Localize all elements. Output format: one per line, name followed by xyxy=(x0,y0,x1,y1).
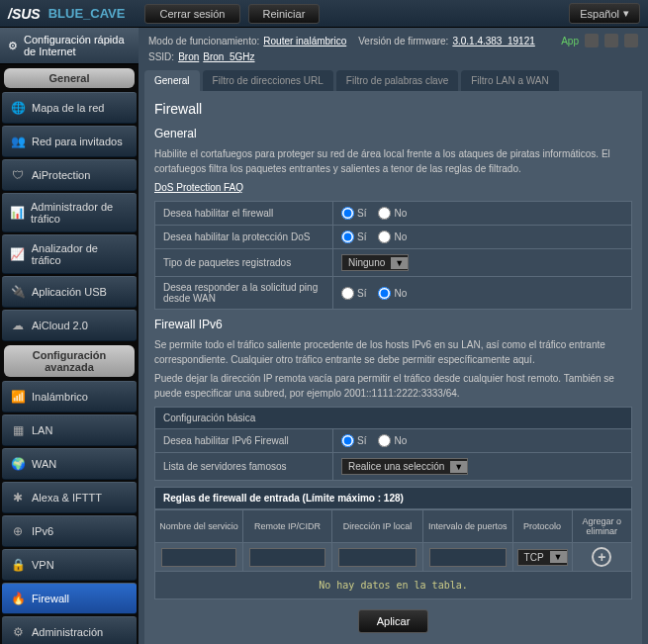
sidebar-icon: 📶 xyxy=(10,389,26,405)
row-servers-label: Lista de servidores famosos xyxy=(155,453,333,481)
sidebar-item-general-1[interactable]: 👥Red para invitados xyxy=(2,126,137,157)
sidebar-item-advanced-2[interactable]: 🌍WAN xyxy=(2,448,137,480)
row-pkt-type-label: Tipo de paquetes registrados xyxy=(155,249,333,277)
app-icon-1[interactable] xyxy=(585,34,599,47)
mode-label: Modo de funcionamiento: xyxy=(148,36,259,46)
enable-dos-yes[interactable]: Sí xyxy=(341,230,366,243)
sidebar-item-advanced-5[interactable]: 🔒VPN xyxy=(2,549,137,581)
app-icons: App xyxy=(561,34,638,47)
chevron-down-icon: ▼ xyxy=(450,461,467,473)
language-label: Español xyxy=(580,8,619,20)
tab-keyword-filter[interactable]: Filtro de palabras clave xyxy=(336,70,458,91)
sidebar-item-label: Configuración rápida de Internet xyxy=(24,34,131,57)
tab-lan-wan-filter[interactable]: Filtro LAN a WAN xyxy=(461,70,559,91)
fw-label: Versión de firmware: xyxy=(358,36,448,46)
reboot-button[interactable]: Reiniciar xyxy=(248,4,321,24)
row-ipv6-enable-label: Desea habilitar IPv6 Firewall xyxy=(155,429,333,453)
sidebar-icon: ✱ xyxy=(10,490,26,506)
sidebar-item-advanced-0[interactable]: 📶Inalámbrico xyxy=(2,381,137,413)
no-data-message: No hay datos en la tabla. xyxy=(154,572,632,599)
product-name: BLUE_CAVE xyxy=(48,6,126,21)
globe-icon: ⚙ xyxy=(8,40,18,52)
section-ipv6: Firewall IPv6 xyxy=(154,318,632,331)
main-layout: ⚙ Configuración rápida de Internet Gener… xyxy=(0,28,648,644)
input-local[interactable] xyxy=(338,548,417,567)
sidebar-item-general-2[interactable]: 🛡AiProtection xyxy=(2,159,137,191)
mode-link[interactable]: Router inalámbrico xyxy=(263,36,346,46)
tab-general[interactable]: General xyxy=(144,70,200,91)
enable-dos-no[interactable]: No xyxy=(378,230,407,243)
ping-wan-no[interactable]: No xyxy=(378,287,407,300)
sidebar-icon: 🛡 xyxy=(10,167,26,183)
tab-url-filter[interactable]: Filtro de direcciones URL xyxy=(203,70,333,91)
servers-value: Realice una selección xyxy=(342,459,450,474)
sidebar-item-general-3[interactable]: 📊Administrador de tráfico xyxy=(2,193,137,232)
sidebar-item-general-4[interactable]: 📈Analizador de tráfico xyxy=(2,234,137,274)
sidebar-item-label: Aplicación USB xyxy=(32,286,107,298)
apply-button[interactable]: Aplicar xyxy=(358,609,429,633)
language-select[interactable]: Español ▾ xyxy=(569,3,640,24)
sidebar-item-general-5[interactable]: 🔌Aplicación USB xyxy=(2,276,137,308)
sidebar-icon: 🌐 xyxy=(10,100,26,116)
ipv6-basic-header: Configuración básica xyxy=(155,408,632,429)
sidebar-item-advanced-7[interactable]: ⚙Administración xyxy=(2,616,137,644)
ipv6-desc1: Se permite todo el tráfico saliente proc… xyxy=(154,337,632,367)
ipv6-desc2: Puede dejar la dirección IP remota vacía… xyxy=(154,371,632,401)
sidebar-quick-setup[interactable]: ⚙ Configuración rápida de Internet xyxy=(0,28,139,64)
enable-fw-no[interactable]: No xyxy=(378,207,407,220)
sidebar-item-label: Inalámbrico xyxy=(32,391,88,403)
sidebar-item-advanced-6[interactable]: 🔥Firewall xyxy=(2,583,137,614)
ipv6-enable-no[interactable]: No xyxy=(378,434,407,447)
sidebar-icon: 👥 xyxy=(10,134,26,149)
fw-link[interactable]: 3.0.1.4.383_19121 xyxy=(452,36,534,46)
sidebar-item-label: WAN xyxy=(32,458,56,470)
servers-select[interactable]: Realice una selección ▼ xyxy=(341,458,468,475)
enable-fw-yes[interactable]: Sí xyxy=(341,207,366,220)
sidebar-item-advanced-1[interactable]: ▦LAN xyxy=(2,414,137,446)
sidebar-icon: ☁ xyxy=(10,318,26,333)
logout-button[interactable]: Cerrar sesión xyxy=(144,4,239,24)
sidebar-item-advanced-4[interactable]: ⊕IPv6 xyxy=(2,515,137,547)
sidebar-item-label: LAN xyxy=(32,424,52,436)
content-area: Modo de funcionamiento: Router inalámbri… xyxy=(139,28,648,644)
sidebar-item-general-0[interactable]: 🌐Mapa de la red xyxy=(2,92,137,124)
sidebar-item-general-6[interactable]: ☁AiCloud 2.0 xyxy=(2,310,137,341)
sidebar-icon: ⚙ xyxy=(10,624,26,640)
tab-bar: General Filtro de direcciones URL Filtro… xyxy=(144,70,642,91)
sidebar-item-advanced-3[interactable]: ✱Alexa & IFTTT xyxy=(2,482,137,513)
ssid2-link[interactable]: Bron_5GHz xyxy=(203,51,254,62)
sidebar-item-label: Analizador de tráfico xyxy=(32,242,129,266)
sidebar-icon: 📊 xyxy=(10,205,25,221)
app-link[interactable]: App xyxy=(561,36,579,46)
pkt-type-select[interactable]: Ninguno ▼ xyxy=(341,254,409,271)
sidebar-header-advanced: Configuración avanzada xyxy=(4,345,135,377)
page-title: Firewall xyxy=(154,101,632,117)
row-ping-wan-label: Desea responder a la solicitud ping desd… xyxy=(155,277,333,310)
enable-fw-radio: Sí No xyxy=(341,207,623,220)
col-service: Nombre del servicio xyxy=(155,510,243,543)
info-row-ssid: SSID: Bron Bron_5GHz xyxy=(144,49,642,64)
ping-wan-radio: Sí No xyxy=(341,287,623,300)
input-service[interactable] xyxy=(161,548,236,567)
rules-table: Nombre del servicio Remote IP/CIDR Direc… xyxy=(154,509,632,572)
sidebar-icon: 🔌 xyxy=(10,284,26,300)
row-enable-fw-label: Desea habilitar el firewall xyxy=(155,202,333,226)
app-icon-3[interactable] xyxy=(624,34,638,47)
app-icon-2[interactable] xyxy=(604,34,618,47)
input-remote[interactable] xyxy=(249,548,325,567)
input-ports[interactable] xyxy=(429,548,506,567)
ping-wan-yes[interactable]: Sí xyxy=(341,287,366,300)
ssid1-link[interactable]: Bron xyxy=(178,51,199,62)
info-row-mode: Modo de funcionamiento: Router inalámbri… xyxy=(144,32,642,49)
add-rule-button[interactable]: + xyxy=(592,547,611,567)
sidebar-item-label: AiCloud 2.0 xyxy=(32,320,88,331)
proto-value: TCP xyxy=(518,550,550,565)
dos-faq-link[interactable]: DoS Protection FAQ xyxy=(154,182,243,193)
ipv6-enable-yes[interactable]: Sí xyxy=(341,434,366,447)
sidebar-icon: ▦ xyxy=(10,422,26,438)
col-local: Dirección IP local xyxy=(331,510,422,543)
sidebar-icon: 🔒 xyxy=(10,557,26,573)
sidebar-header-general: General xyxy=(4,68,135,88)
chevron-down-icon: ▾ xyxy=(623,7,629,20)
proto-select[interactable]: TCP ▼ xyxy=(517,549,568,566)
